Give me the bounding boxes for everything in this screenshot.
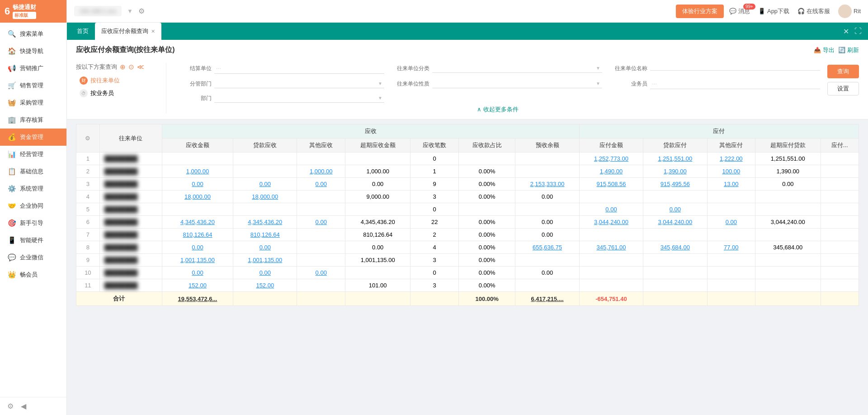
- sidebar-item-member[interactable]: 👑 畅会员: [0, 266, 66, 283]
- sidebar-item-operation[interactable]: 📊 经营管理: [0, 146, 66, 163]
- refresh-button[interactable]: 🔄 刷新: [838, 46, 859, 54]
- ap-loan-cell[interactable]: 1,251,551.00: [643, 153, 707, 165]
- query-button[interactable]: 查询: [827, 65, 859, 78]
- ap-amount-cell[interactable]: 1,490.00: [579, 165, 643, 178]
- sidebar-item-company[interactable]: 🤝 企业协同: [0, 197, 66, 215]
- sidebar-collapse-icon[interactable]: ◀: [21, 402, 26, 410]
- tab-home[interactable]: 首页: [71, 23, 95, 40]
- service-item[interactable]: 🎧 在线客服: [797, 7, 830, 15]
- ar-amount-cell[interactable]: 0.00: [162, 241, 233, 254]
- prepay-cell[interactable]: 655,636.75: [515, 241, 579, 254]
- partner-category-input[interactable]: ▼: [432, 64, 602, 73]
- table-settings-icon[interactable]: ⚙: [85, 135, 90, 142]
- ar-amount-cell[interactable]: 0.00: [162, 267, 233, 279]
- ar-amount-cell[interactable]: 1,001,135.00: [162, 254, 233, 267]
- partner-name-cell: ████████: [99, 203, 162, 216]
- ar-other-cell[interactable]: 0.00: [297, 267, 345, 279]
- sidebar-item-quick-nav[interactable]: 🏠 快捷导航: [0, 43, 66, 60]
- sidebar-item-purchase[interactable]: 🧺 采购管理: [0, 94, 66, 111]
- edit-scheme-icon[interactable]: ⊙: [128, 63, 134, 71]
- sidebar-item-guide[interactable]: 🎯 新手引导: [0, 215, 66, 232]
- ap-amount-cell[interactable]: 1,252,773.00: [579, 153, 643, 165]
- partner-nature-input[interactable]: ▼: [432, 79, 602, 88]
- ar-count-cell: 9: [410, 178, 459, 191]
- ap-loan-cell[interactable]: 0.00: [643, 203, 707, 216]
- manage-dept-input[interactable]: ▼: [214, 79, 384, 88]
- message-item[interactable]: 💬 消息 99+: [729, 7, 750, 15]
- tab-expand-icon[interactable]: ⛶: [852, 27, 864, 35]
- partner-name-input[interactable]: [650, 67, 820, 71]
- ar-loan-cell[interactable]: 18,000.00: [233, 191, 297, 203]
- dept-input[interactable]: ▼: [214, 94, 384, 103]
- sidebar-item-sales[interactable]: 🛒 销售管理: [0, 77, 66, 94]
- ap-other-cell[interactable]: 13.00: [707, 178, 755, 191]
- ap-overdue-cell: [755, 267, 821, 279]
- collapse-scheme-icon[interactable]: ≪: [137, 63, 144, 71]
- ap-loan-cell[interactable]: 915,495.56: [643, 178, 707, 191]
- finance-icon: 💰: [7, 133, 16, 141]
- salesman-input[interactable]: ···: [650, 78, 820, 89]
- ar-amount-cell[interactable]: 810,126.64: [162, 229, 233, 241]
- settings-col-header[interactable]: ⚙: [76, 124, 100, 153]
- ar-overdue-cell: 4,345,436.20: [345, 216, 410, 229]
- ar-loan-cell[interactable]: 0.00: [233, 241, 297, 254]
- user-avatar-item[interactable]: Rit: [838, 5, 861, 18]
- filter-field-partner-nature: 往来单位性质 ▼: [393, 78, 602, 89]
- ar-loan-cell[interactable]: 0.00: [233, 267, 297, 279]
- sidebar-item-wechat[interactable]: 💬 企业微信: [0, 249, 66, 266]
- export-button[interactable]: 📤 导出: [814, 46, 835, 54]
- ap-amount-cell[interactable]: 0.00: [579, 203, 643, 216]
- sidebar-settings-icon[interactable]: ⚙: [7, 402, 14, 410]
- ap-other-cell[interactable]: 1,222.00: [707, 153, 755, 165]
- total-ar[interactable]: 19,553,472,6...: [162, 292, 233, 306]
- sidebar-item-basic[interactable]: 📋 基础信息: [0, 163, 66, 180]
- ar-amount-cell[interactable]: 152.00: [162, 279, 233, 292]
- solution-button[interactable]: 体验行业方案: [676, 5, 724, 18]
- ar-other-cell[interactable]: 0.00: [297, 178, 345, 191]
- ar-loan-cell[interactable]: 152.00: [233, 279, 297, 292]
- ap-amount-cell[interactable]: 915,508.56: [579, 178, 643, 191]
- tab-close-all-icon[interactable]: ✕: [840, 27, 852, 36]
- collapse-more-btn[interactable]: ∧ 收起更多条件: [175, 103, 820, 114]
- total-prepay[interactable]: 6,417,215....: [515, 292, 579, 306]
- ar-other-cell[interactable]: 1,000.00: [297, 165, 345, 178]
- ar-amount-cell[interactable]: 0.00: [162, 178, 233, 191]
- ar-loan-cell[interactable]: 4,345,436.20: [233, 216, 297, 229]
- guide-icon: 🎯: [7, 219, 16, 227]
- ap-amount-cell[interactable]: 345,761.00: [579, 241, 643, 254]
- ar-ratio-cell: 0.00%: [458, 178, 515, 191]
- tab-close-icon[interactable]: ✕: [151, 29, 155, 34]
- ap-other-cell[interactable]: 77.00: [707, 241, 755, 254]
- ap-amount-cell[interactable]: 3,044,240.00: [579, 216, 643, 229]
- tab-balance-query[interactable]: 应收应付余额查询 ✕: [95, 23, 161, 40]
- ap-loan-cell[interactable]: 3,044,240.00: [643, 216, 707, 229]
- add-scheme-icon[interactable]: ⊕: [120, 63, 126, 71]
- partner-category-label: 往来单位分类: [393, 65, 429, 72]
- sidebar-item-search[interactable]: 🔍 搜索菜单: [0, 25, 66, 43]
- app-download-item[interactable]: 📱 App下载: [758, 7, 789, 15]
- ap-loan-cell[interactable]: 1,390.00: [643, 165, 707, 178]
- ar-amount-cell[interactable]: 4,345,436.20: [162, 216, 233, 229]
- ar-loan-cell[interactable]: 810,126.64: [233, 229, 297, 241]
- filter-by-salesman[interactable]: ⏱ 按业务员: [76, 87, 160, 99]
- ar-other-cell[interactable]: 0.00: [297, 216, 345, 229]
- sidebar-item-inventory[interactable]: 🏢 库存核算: [0, 111, 66, 129]
- partner-name-cell: ████████: [99, 279, 162, 292]
- sidebar-item-system[interactable]: ⚙️ 系统管理: [0, 180, 66, 197]
- ap-col5-cell: [821, 279, 859, 292]
- prepay-cell[interactable]: 2,153,333.00: [515, 178, 579, 191]
- ar-amount-cell[interactable]: 18,000.00: [162, 191, 233, 203]
- ap-loan-cell[interactable]: 345,684.00: [643, 241, 707, 254]
- ap-other-cell[interactable]: 100.00: [707, 165, 755, 178]
- ar-loan-cell[interactable]: 1,001,135.00: [233, 254, 297, 267]
- ap-other-cell[interactable]: 0.00: [707, 216, 755, 229]
- ar-amount-cell[interactable]: 1,000.00: [162, 165, 233, 178]
- sidebar-item-finance[interactable]: 💰 资金管理: [0, 129, 66, 146]
- settlement-input[interactable]: ···: [214, 63, 384, 74]
- ar-loan-cell[interactable]: 0.00: [233, 178, 297, 191]
- sidebar-item-hardware[interactable]: 📱 智能硬件: [0, 232, 66, 249]
- setting-button[interactable]: 设置: [827, 82, 859, 95]
- gear-icon[interactable]: ⚙: [138, 7, 145, 15]
- filter-by-partner[interactable]: 财 按往来单位: [76, 75, 160, 86]
- sidebar-item-marketing[interactable]: 📢 营销推广: [0, 60, 66, 77]
